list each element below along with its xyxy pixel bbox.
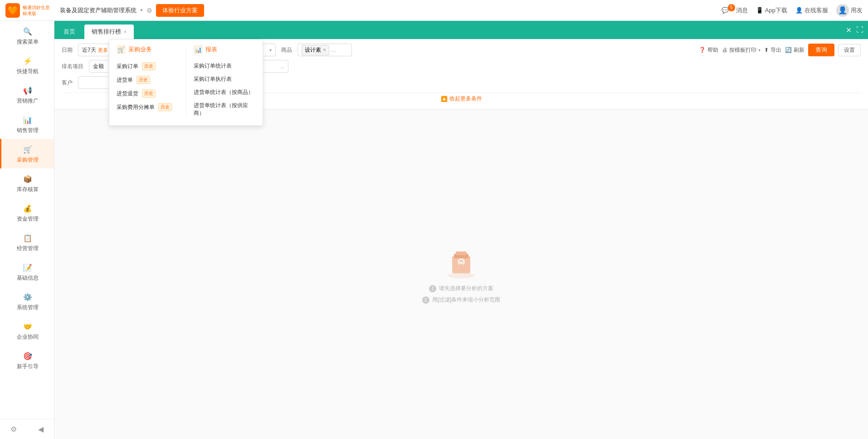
sidebar-settings-btn[interactable]: ⚙ xyxy=(10,425,17,434)
help-icon: ❓ xyxy=(699,47,706,53)
service-icon: 👤 xyxy=(795,7,803,14)
avatar: 👤 xyxy=(836,4,849,17)
tab-ranking[interactable]: 销售排行榜 × xyxy=(84,25,134,39)
top-bar: 🧡 畅通消好生意 标准版 装备及固定资产辅助管理系统 ▾ ⚙ 体验行业方案 💬 … xyxy=(0,0,868,21)
refresh-icon: 🔄 xyxy=(785,47,792,53)
empty-state: 1 请先选择要分析的方案 2 用[过滤]条件来缩小分析范围 xyxy=(54,109,868,439)
user-area[interactable]: 👤 用友 xyxy=(836,4,863,17)
purchase-order-label: 采购订单 xyxy=(117,63,138,70)
logo-text: 畅通消好生意 标准版 xyxy=(23,5,50,16)
sidebar-item-finance[interactable]: 💰 资金管理 xyxy=(0,198,54,227)
sidebar-item-purchase[interactable]: 🛒 采购管理 xyxy=(0,139,54,168)
dropdown-item-purchase-expense[interactable]: 采购费用分摊单 历史 xyxy=(117,100,179,114)
report-header-icon: 📊 xyxy=(194,45,203,54)
system-icon: ⚙️ xyxy=(23,292,33,302)
top-right-area: 💬 5 消息 📱 App下载 👤 在线客服 👤 用友 xyxy=(722,4,863,17)
print-arrow[interactable]: ▾ xyxy=(758,48,761,53)
logo-area: 🧡 畅通消好生意 标准版 xyxy=(5,3,60,18)
online-service-button[interactable]: 👤 在线客服 xyxy=(795,6,828,15)
collapse-button[interactable]: 🔼 收起更多条件 xyxy=(441,95,482,103)
export-icon: ⬆ xyxy=(764,47,769,53)
export-button[interactable]: ⬆ 导出 xyxy=(764,46,781,54)
sidebar-label-inventory: 库存核算 xyxy=(17,186,39,193)
purchase-header-label: 采购业务 xyxy=(128,45,152,54)
sidebar-item-inventory[interactable]: 📦 库存核算 xyxy=(0,168,54,198)
message-button[interactable]: 💬 5 消息 xyxy=(722,6,748,15)
close-window-icon[interactable]: ✕ xyxy=(846,26,852,35)
empty-step1-text: 请先选择要分析的方案 xyxy=(439,285,493,292)
report-header-label: 报表 xyxy=(205,45,217,54)
phone-icon: 📱 xyxy=(756,7,763,14)
toolbar-right: ❓ 帮助 🖨 按模板打印 ▾ ⬆ 导出 🔄 刷新 xyxy=(699,44,861,56)
basic-icon: 📝 xyxy=(23,262,33,272)
empty-step-1: 1 请先选择要分析的方案 xyxy=(429,285,493,292)
expense-label: 采购费用分摊单 xyxy=(117,104,155,111)
sidebar-label-purchase: 采购管理 xyxy=(17,156,39,164)
print-icon: 🖨 xyxy=(722,47,727,53)
customer-label: 客户 xyxy=(62,79,73,87)
sidebar-item-search[interactable]: 🔍 搜索菜单 xyxy=(0,21,54,50)
doc-status-arrow: ▾ xyxy=(269,48,272,53)
collapse-arrow-icon: 🔼 xyxy=(441,96,448,102)
help-button[interactable]: ❓ 帮助 xyxy=(699,46,718,54)
sidebar-item-sales[interactable]: 📊 销售管理 xyxy=(0,109,54,139)
empty-step-2: 2 用[过滤]条件来缩小分析范围 xyxy=(422,296,501,304)
app-download-button[interactable]: 📱 App下载 xyxy=(756,6,787,15)
sidebar-label-system: 系统管理 xyxy=(17,304,39,311)
sidebar-item-quick-nav[interactable]: ⚡ 快捷导航 xyxy=(0,50,54,80)
history-tag-2: 历史 xyxy=(137,76,150,84)
goods-tag-text: 设计素 xyxy=(305,46,321,54)
dropdown-item-inbound-supplier[interactable]: 进货单统计表（按供应商） xyxy=(194,99,256,120)
message-label: 消息 xyxy=(736,6,748,15)
collapse-label: 收起更多条件 xyxy=(449,95,482,103)
goods-input[interactable]: 设计素 × ... xyxy=(297,44,352,56)
rank-label: 排名项目 xyxy=(62,63,83,70)
tab-close-icon[interactable]: × xyxy=(124,29,127,35)
dropdown-item-order-exec[interactable]: 采购订单执行表 xyxy=(194,73,256,86)
marketing-icon: 📢 xyxy=(23,85,33,95)
sidebar-item-newbie[interactable]: 🎯 新手引导 xyxy=(0,345,54,375)
refresh-button[interactable]: 🔄 刷新 xyxy=(785,46,805,54)
finance-icon: 💰 xyxy=(23,203,33,213)
operation-icon: 📋 xyxy=(23,233,33,243)
tab-home[interactable]: 首页 xyxy=(56,25,83,39)
sidebar-item-basic[interactable]: 📝 基础信息 xyxy=(0,257,54,286)
purchase-icon: 🛒 xyxy=(23,144,33,154)
sidebar-item-operation[interactable]: 📋 经营管理 xyxy=(0,227,54,257)
sidebar-label-marketing: 营销推广 xyxy=(17,97,39,105)
salesman-ellipsis: ... xyxy=(281,64,284,69)
query-button[interactable]: 查询 xyxy=(808,44,834,56)
step-num-2: 2 xyxy=(422,296,429,304)
tab-ranking-label: 销售排行榜 xyxy=(92,28,121,36)
dropdown-item-purchase-return[interactable]: 进货退货 历史 xyxy=(117,87,179,100)
svg-rect-3 xyxy=(456,252,467,255)
sidebar-collapse-btn[interactable]: ◀ xyxy=(38,425,44,434)
inventory-icon: 📦 xyxy=(23,174,33,184)
sidebar-label-sales: 销售管理 xyxy=(17,127,39,134)
purchase-header-icon: 🛒 xyxy=(117,45,126,54)
dropdown-item-purchase-order[interactable]: 采购订单 历史 xyxy=(117,59,179,73)
settings-icon[interactable]: ⚙ xyxy=(146,7,152,14)
print-button[interactable]: 🖨 按模板打印 ▾ xyxy=(722,46,761,54)
history-tag-1: 历史 xyxy=(142,62,156,70)
goods-ellipsis[interactable]: ... xyxy=(331,47,336,53)
inbound-goods-label: 进货单统计表（按商品） xyxy=(194,89,254,96)
sidebar-item-system[interactable]: ⚙️ 系统管理 xyxy=(0,286,54,316)
maximize-icon[interactable]: ⛶ xyxy=(856,26,863,35)
settings-button[interactable]: 设置 xyxy=(838,44,861,56)
sidebar-item-marketing[interactable]: 📢 营销推广 xyxy=(0,80,54,109)
svg-point-0 xyxy=(448,273,475,278)
title-arrow-icon[interactable]: ▾ xyxy=(140,7,143,13)
dropdown-item-order-stats[interactable]: 采购订单统计表 xyxy=(194,59,256,73)
print-label: 按模板打印 xyxy=(729,46,756,54)
dropdown-item-purchase-inbound[interactable]: 进货单 历史 xyxy=(117,73,179,87)
goods-tag-close[interactable]: × xyxy=(323,47,326,53)
date-range-text: 近7天 xyxy=(82,46,96,54)
sidebar-label-basic: 基础信息 xyxy=(17,274,39,282)
corp-icon: 🤝 xyxy=(23,321,33,331)
sidebar-item-corp[interactable]: 🤝 企业协同 xyxy=(0,316,54,345)
dropdown-item-inbound-goods[interactable]: 进货单统计表（按商品） xyxy=(194,86,256,99)
help-label: 帮助 xyxy=(707,46,718,54)
date-more-link[interactable]: 更多 xyxy=(98,47,108,54)
solution-button[interactable]: 体验行业方案 xyxy=(156,4,204,17)
